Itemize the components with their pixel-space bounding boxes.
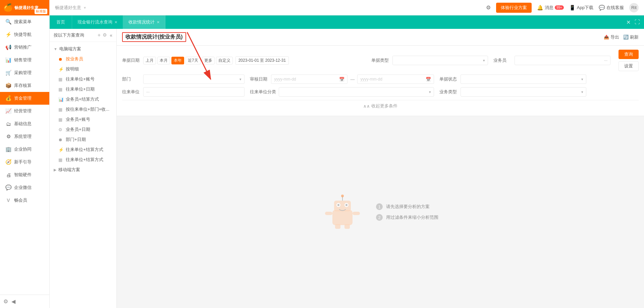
tree-group-mobile-label: 移动端方案: [58, 167, 80, 173]
this-year-btn[interactable]: 本年: [171, 57, 184, 64]
tree-item-partner-date[interactable]: ▦ 往来单位+日期: [50, 84, 116, 94]
tree-group-desktop[interactable]: ▼ 电脑端方案: [50, 44, 116, 54]
tab-receipts-stat[interactable]: 收款情况统计 ✕: [123, 15, 165, 29]
chevron-up-icon: ∧∧: [363, 104, 370, 109]
guide-icon: 🧭: [5, 159, 11, 165]
sidebar-item-quick-nav[interactable]: ⚡ 快捷导航: [0, 28, 49, 41]
dept-chevron-icon: ▾: [239, 77, 241, 82]
tree-item-partner-settle1[interactable]: ⚡ 往来单位+结算方式: [50, 145, 116, 155]
sidebar-item-sales[interactable]: 📊 销售管理: [0, 54, 49, 66]
partner-field: 往来单位 ···: [122, 87, 245, 97]
tree-group-mobile[interactable]: ▶ 移动端方案: [50, 165, 116, 175]
tree-item-by-detail[interactable]: ⚡ 按明细: [50, 64, 116, 74]
tree-item-dept-date[interactable]: ⏺ 部门+日期: [50, 135, 116, 145]
collapse-bar[interactable]: ∧∧ 收起更多条件: [122, 100, 639, 112]
partner-category-select[interactable]: ▾: [279, 87, 434, 97]
side-panel-icons: + ⚙: [98, 32, 107, 38]
custom-btn[interactable]: 自定义: [216, 57, 233, 64]
tree-item-partner-account[interactable]: ▦ 往来单位+账号: [50, 74, 116, 84]
window-controls: ✕ ⛶: [622, 19, 644, 25]
sidebar-item-inventory[interactable]: 📦 库存核算: [0, 79, 49, 92]
notification-item[interactable]: 🔔 消息 99+: [537, 5, 564, 11]
biz-type-select[interactable]: ▾: [461, 87, 586, 97]
review-date-from[interactable]: yyyy-mm-dd 📅: [271, 74, 347, 84]
tree-item-partner-settle2[interactable]: ▦ 往来单位+结算方式: [50, 155, 116, 165]
biz-type-label: 业务类型: [439, 89, 458, 95]
doc-type-label: 单据类型: [371, 57, 390, 63]
export-button[interactable]: 📤 导出: [604, 34, 619, 40]
sidebar-item-basic-info[interactable]: 🗂 基础信息: [0, 117, 49, 130]
tab-bank-flow-label: 现金银行流水查询: [77, 19, 112, 25]
tree-item-grid2-icon: ▦: [58, 87, 64, 92]
partner-category-label: 往来单位分类: [250, 89, 276, 95]
side-panel-settings-icon[interactable]: ⚙: [103, 32, 107, 38]
guide-text-2: 用过滤条件来缩小分析范围: [386, 214, 438, 220]
salesman-select[interactable]: ···: [515, 56, 610, 65]
tree-item-circle2-icon: ⏺: [58, 137, 64, 142]
cart-icon: 🛒: [5, 70, 11, 76]
tree-item-grid-icon: ▦: [58, 77, 64, 82]
query-button[interactable]: 查询: [619, 50, 639, 59]
maximize-window-icon[interactable]: ⛶: [635, 19, 640, 25]
solution-button[interactable]: 体验行业方案: [496, 3, 532, 13]
settings-button[interactable]: 设置: [619, 61, 639, 71]
last-month-btn[interactable]: 上月: [143, 57, 156, 64]
app-download-item[interactable]: 📱 App下载: [569, 5, 593, 11]
partner-input[interactable]: ···: [143, 87, 245, 97]
footer-collapse-icon[interactable]: ◀: [11, 298, 15, 305]
online-service-item[interactable]: 💬 在线客服: [599, 5, 624, 11]
sidebar-item-marketing[interactable]: 📢 营销推广: [0, 41, 49, 54]
more-btn[interactable]: 更多: [202, 57, 215, 64]
this-month-btn[interactable]: 本月: [157, 57, 170, 64]
sidebar-item-finance[interactable]: 💰 资金管理: [0, 92, 49, 105]
last-7-btn[interactable]: 近7天: [185, 57, 201, 64]
member-icon: V: [5, 198, 11, 203]
side-panel-add-icon[interactable]: +: [98, 32, 101, 38]
tree-item-salesman-settlement[interactable]: 📊 业务员+结算方式: [50, 94, 116, 104]
close-window-icon[interactable]: ✕: [626, 19, 631, 25]
sidebar-item-member[interactable]: V 畅会员: [0, 194, 49, 207]
service-icon: 💬: [599, 5, 605, 11]
app-download-label: App下载: [577, 5, 593, 11]
sidebar-item-purchase[interactable]: 🛒 采购管理: [0, 66, 49, 79]
sidebar-item-operation[interactable]: 📈 经营管理: [0, 105, 49, 117]
sidebar-label: 经营管理: [14, 108, 32, 114]
tab-bank-flow[interactable]: 现金银行流水查询 ✕: [72, 15, 123, 29]
sidebar-item-enterprise[interactable]: 🏢 企业协同: [0, 143, 49, 156]
review-date-to[interactable]: yyyy-mm-dd 📅: [357, 74, 434, 84]
tab-home[interactable]: 首页: [50, 15, 72, 29]
side-panel-collapse-icon[interactable]: «: [110, 33, 112, 38]
avatar[interactable]: Rit: [629, 3, 639, 12]
footer-settings-icon[interactable]: ⚙: [3, 298, 8, 305]
tree-item-label: 按往来单位+部门+收...: [66, 106, 109, 112]
sidebar-label: 搜索菜单: [14, 19, 32, 25]
sidebar-item-guide[interactable]: 🧭 新手引导: [0, 156, 49, 168]
tree-item-grid5-icon: ▦: [58, 157, 64, 162]
sidebar-item-search-menu[interactable]: 🔍 搜索菜单: [0, 15, 49, 28]
tree-item-by-salesman[interactable]: ⏺ 按业务员: [50, 54, 116, 64]
avatar-initials: Rit: [631, 5, 637, 10]
tree-item-salesman-account[interactable]: ▦ 业务员+账号: [50, 114, 116, 124]
salesman-more-icon[interactable]: ···: [604, 58, 607, 63]
search-icon: 🔍: [5, 19, 11, 25]
sidebar-label: 企业协同: [14, 146, 32, 152]
sidebar-label: 快捷导航: [14, 32, 32, 38]
refresh-button[interactable]: 🔄 刷新: [623, 34, 639, 40]
sidebar-item-system[interactable]: ⚙ 系统管理: [0, 130, 49, 143]
tab-receipts-close[interactable]: ✕: [157, 20, 160, 24]
tree-item-salesman-date[interactable]: ⚙ 业务员+日期: [50, 124, 116, 135]
partner-label: 往来单位: [122, 89, 141, 95]
salesman-field: 业务员 ···: [493, 56, 610, 65]
dept-select[interactable]: ▾: [143, 74, 245, 84]
dept-field: 部门 ▾: [122, 74, 245, 84]
sidebar-item-hardware[interactable]: 🖨 智能硬件: [0, 168, 49, 181]
finance-icon: 💰: [5, 95, 11, 101]
calendar-icon: 📅: [339, 77, 344, 82]
sidebar-label: 采购管理: [14, 70, 32, 76]
header-settings-icon[interactable]: ⚙: [486, 4, 491, 11]
tab-bank-flow-close[interactable]: ✕: [114, 20, 117, 24]
doc-status-select[interactable]: ▾: [461, 74, 586, 84]
tree-item-partner-dept[interactable]: ▦ 按往来单位+部门+收...: [50, 104, 116, 114]
sidebar-item-wechat[interactable]: 💬 企业微信: [0, 181, 49, 194]
doc-type-select[interactable]: ▾: [392, 56, 488, 65]
